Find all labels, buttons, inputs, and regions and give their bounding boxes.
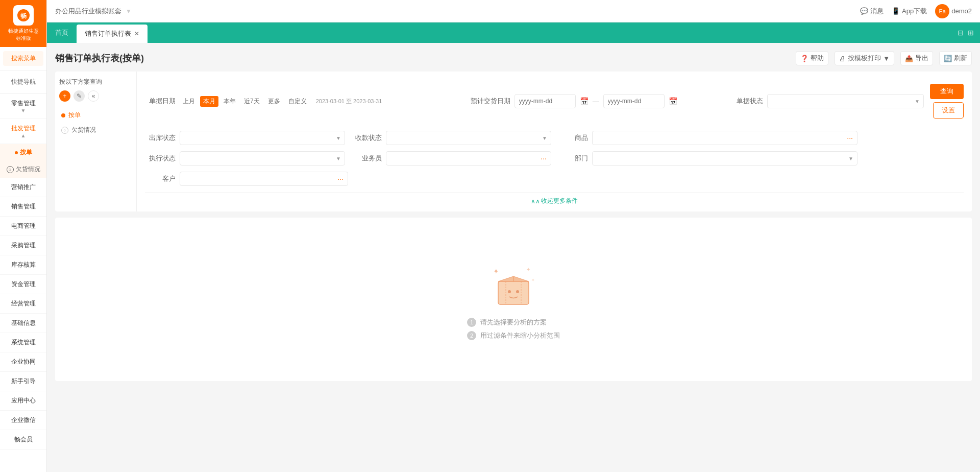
date-tabs: 上月 本月 本年 近7天 更多 自定义 xyxy=(180,96,310,107)
edit-scheme-button[interactable]: ✎ xyxy=(74,90,85,102)
add-scheme-button[interactable]: + xyxy=(59,90,70,102)
expected-date-field: 预计交货日期 📅 — 📅 xyxy=(471,94,726,108)
delivery-label: 出库状态 xyxy=(145,133,176,143)
sidebar-logo[interactable]: 畅 畅捷通好生意 标准版 xyxy=(0,0,46,47)
basic-label: 基础信息 xyxy=(11,319,36,327)
sidebar-item-wechat[interactable]: 企业微信 xyxy=(0,411,46,430)
window-minimize-icon[interactable]: ⊟ xyxy=(958,29,964,37)
svg-point-11 xyxy=(516,290,519,293)
date-range-text: 2023-03-01 至 2023-03-31 xyxy=(316,98,382,105)
sidebar-item-operation[interactable]: 经营管理 xyxy=(0,294,46,314)
sidebar-item-basic[interactable]: 基础信息 xyxy=(0,314,46,333)
message-action[interactable]: 💬 消息 xyxy=(860,7,884,16)
collapse-button[interactable]: ∧∧ 收起更多条件 xyxy=(145,192,964,205)
scheme-item-active[interactable]: 按单 xyxy=(59,108,132,123)
window-maximize-icon[interactable]: ⊞ xyxy=(968,29,974,37)
salesperson-more-icon[interactable]: ··· xyxy=(541,154,547,162)
print-dropdown-icon: ▼ xyxy=(883,55,890,62)
sidebar-item-appstore[interactable]: 应用中心 xyxy=(0,391,46,411)
sidebar-item-system[interactable]: 系统管理 xyxy=(0,333,46,352)
sidebar-item-purchase[interactable]: 采购管理 xyxy=(0,236,46,255)
calendar-to-icon[interactable]: 📅 xyxy=(669,97,677,105)
page-content: 销售订单执行表(按单) ❓ 帮助 🖨 按模板打印 ▼ 📤 导出 🔄 刷新 xyxy=(47,43,980,472)
quick-nav[interactable]: 快捷导航 xyxy=(0,70,46,94)
tab-home[interactable]: 首页 xyxy=(47,22,77,43)
goods-input[interactable]: ··· xyxy=(592,131,857,145)
app-download-label: App下载 xyxy=(902,7,927,16)
expected-date-to-input[interactable] xyxy=(603,94,665,108)
sidebar-item-newuser[interactable]: 新手引导 xyxy=(0,372,46,391)
dept-select[interactable] xyxy=(592,151,857,166)
sidebar-sub-item-debt[interactable]: ○ 欠货情况 xyxy=(0,161,46,178)
goods-more-icon[interactable]: ··· xyxy=(847,134,853,142)
export-button[interactable]: 📤 导出 xyxy=(900,51,933,65)
refresh-label: 刷新 xyxy=(954,54,967,63)
tab-expand[interactable]: ⊟ ⊞ xyxy=(951,29,980,37)
scheme-item-debt[interactable]: ○ 欠货情况 xyxy=(59,123,132,137)
status-select[interactable] xyxy=(767,94,924,108)
enterprise-label: 企业协同 xyxy=(11,358,36,366)
salesperson-input[interactable]: ··· xyxy=(386,151,551,166)
date-tab-this-month[interactable]: 本月 xyxy=(200,96,218,107)
sidebar-item-inventory[interactable]: 库存核算 xyxy=(0,255,46,275)
date-tab-last-month[interactable]: 上月 xyxy=(180,96,198,107)
sidebar-item-marketing[interactable]: 营销推广 xyxy=(0,178,46,197)
sidebar-item-ecommerce[interactable]: 电商管理 xyxy=(0,217,46,236)
filter-row-1: 单据日期 上月 本月 本年 近7天 更多 自定义 2023-03-01 至 20… xyxy=(145,78,964,125)
sidebar-sub-item-scheme[interactable]: 按单 xyxy=(0,144,46,161)
sidebar-item-finance[interactable]: 资金管理 xyxy=(0,275,46,294)
page-title-bar: 销售订单执行表(按单) ❓ 帮助 🖨 按模板打印 ▼ 📤 导出 🔄 刷新 xyxy=(55,51,972,65)
tab-close-icon[interactable]: ✕ xyxy=(134,31,139,37)
customer-input[interactable]: ··· xyxy=(180,172,348,186)
date-tab-this-year[interactable]: 本年 xyxy=(220,96,239,107)
active-dot-icon xyxy=(15,151,18,154)
calendar-from-icon[interactable]: 📅 xyxy=(580,97,589,105)
date-tab-custom[interactable]: 自定义 xyxy=(285,96,310,107)
exec-select[interactable] xyxy=(180,151,345,166)
sidebar-item-retail[interactable]: 零售管理 ▼ xyxy=(0,94,46,119)
help-button[interactable]: ❓ 帮助 xyxy=(796,51,828,65)
settings-button[interactable]: 设置 xyxy=(933,102,964,119)
sidebar-search[interactable]: 搜索菜单 xyxy=(0,47,46,70)
query-button[interactable]: 查询 xyxy=(930,84,964,99)
breadcrumb-dropdown-icon[interactable]: ▼ xyxy=(126,8,132,15)
dept-field: 部门 ▼ xyxy=(557,151,857,166)
filter-sidebar-title-text: 按以下方案查询 xyxy=(59,78,102,86)
status-field: 单据状态 ▼ xyxy=(732,94,924,108)
delivery-select[interactable] xyxy=(180,131,345,145)
date-tab-more[interactable]: 更多 xyxy=(265,96,283,107)
user-profile[interactable]: Ea demo2 xyxy=(935,4,972,18)
sidebar-item-quick-nav[interactable]: 快捷导航 xyxy=(0,74,46,90)
circle-icon: ○ xyxy=(7,166,14,173)
dept-label: 部门 xyxy=(557,154,588,163)
scheme-active-label: 按单 xyxy=(68,111,81,120)
customer-more-icon[interactable]: ··· xyxy=(337,175,344,183)
sidebar: 畅 畅捷通好生意 标准版 搜索菜单 快捷导航 零售管理 ▼ 批发管理 ▲ 按单 … xyxy=(0,0,47,472)
sidebar-item-sales[interactable]: 销售管理 xyxy=(0,197,46,217)
avatar-text: Ea xyxy=(939,8,946,14)
scheme-active-dot-icon xyxy=(61,113,65,117)
refresh-button[interactable]: 🔄 刷新 xyxy=(939,51,972,65)
svg-text:✦: ✦ xyxy=(531,278,535,282)
payment-select[interactable] xyxy=(386,131,551,145)
app-download-action[interactable]: 📱 App下载 xyxy=(892,7,927,16)
sidebar-item-member[interactable]: 畅会员 xyxy=(0,430,46,450)
sidebar-item-enterprise[interactable]: 企业协同 xyxy=(0,352,46,372)
ecommerce-label: 电商管理 xyxy=(11,222,36,230)
empty-illustration: ✦ ✦ ✦ xyxy=(488,258,539,310)
tab-bar: 首页 销售订单执行表 ✕ ⊟ ⊞ xyxy=(47,22,980,43)
print-button[interactable]: 🖨 按模板打印 ▼ xyxy=(835,51,894,65)
header-left: 办公用品行业模拟账套 ▼ xyxy=(55,7,132,16)
system-label: 系统管理 xyxy=(11,338,36,347)
dept-select-wrapper: ▼ xyxy=(592,151,857,166)
top-header: 办公用品行业模拟账套 ▼ 💬 消息 📱 App下载 Ea demo2 xyxy=(47,0,980,22)
tab-sales-order[interactable]: 销售订单执行表 ✕ xyxy=(77,25,148,43)
search-menu-button[interactable]: 搜索菜单 xyxy=(3,51,43,66)
sidebar-item-wholesale[interactable]: 批发管理 ▲ xyxy=(0,119,46,144)
tip-num-2: 2 xyxy=(467,331,476,340)
tab-sales-order-label: 销售订单执行表 xyxy=(85,29,131,38)
print-icon: 🖨 xyxy=(839,55,846,62)
expected-date-from-input[interactable] xyxy=(514,94,576,108)
date-tab-7days[interactable]: 近7天 xyxy=(241,96,263,107)
collapse-sidebar-button[interactable]: « xyxy=(88,90,99,102)
